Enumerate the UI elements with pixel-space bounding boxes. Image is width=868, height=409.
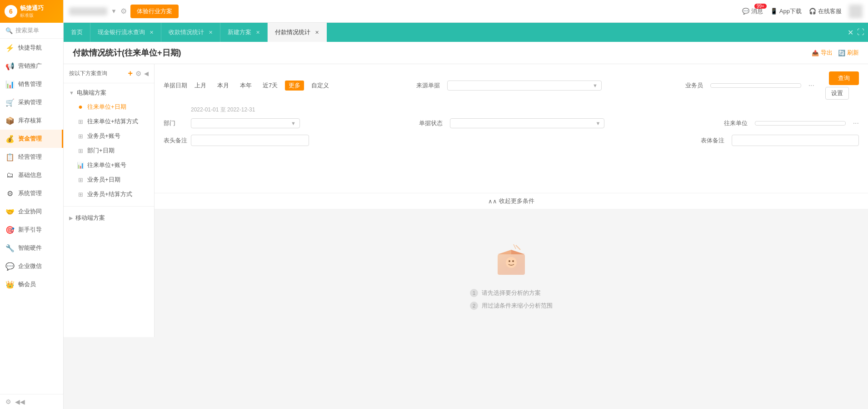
notifications-btn[interactable]: 💬 消息 99+ — [742, 7, 763, 15]
mobile-group-arrow-icon: ▶ — [69, 215, 73, 221]
table-body-note-input[interactable] — [732, 135, 859, 146]
company-name: 某某公司名称 — [69, 7, 107, 15]
purchase-icon: 🛒 — [5, 98, 15, 107]
scheme-item-label: 部门+日期 — [87, 146, 115, 155]
table-header-note-input[interactable] — [191, 135, 309, 146]
tab-bank-flow[interactable]: 现金银行流水查询 ✕ — [90, 23, 161, 42]
sidebar-item-label: 库存核算 — [18, 116, 42, 125]
tab-close-all-btn[interactable]: ✕ — [848, 28, 853, 37]
filter-row-notes: 表头备注 表体备注 — [164, 135, 859, 146]
scheme-item-staff-settle[interactable]: ⊞ 业务员+结算方式 — [64, 187, 154, 202]
sidebar-item-member[interactable]: 👑 畅会员 — [0, 275, 63, 293]
partner-select[interactable] — [755, 121, 846, 126]
sidebar-item-inventory[interactable]: 📦 库存核算 — [0, 111, 63, 130]
sidebar-item-basic-info[interactable]: 🗂 基础信息 — [0, 166, 63, 184]
business-icon: 📋 — [5, 152, 15, 162]
query-btn[interactable]: 查询 — [829, 71, 859, 85]
doc-status-select[interactable]: ▼ — [450, 118, 604, 128]
sidebar-item-label: 企业微信 — [18, 262, 42, 270]
setting-btn[interactable]: 设置 — [825, 87, 849, 100]
scheme-item-partner-settle[interactable]: ⊞ 往来单位+结算方式 — [64, 114, 154, 129]
tab-payment-stats[interactable]: 付款情况统计 ✕ — [268, 23, 327, 42]
headset-icon: 🎧 — [809, 8, 816, 15]
scheme-item-label: 往来单位+账号 — [87, 161, 126, 169]
partner-label: 往来单位 — [724, 119, 748, 127]
tab-new-scheme-close[interactable]: ✕ — [256, 30, 260, 35]
sidebar-item-marketing[interactable]: 📢 营销推广 — [0, 57, 63, 75]
empty-state: 1 请先选择要分析的方案 2 用过滤条件来缩小分析范围 — [470, 209, 553, 337]
sidebar-item-enterprise[interactable]: 🤝 企业协同 — [0, 202, 63, 221]
sidebar-item-label: 新手引导 — [18, 226, 42, 234]
scheme-item-label: 往来单位+日期 — [87, 103, 126, 111]
staff-more-btn[interactable]: ··· — [808, 81, 814, 90]
sidebar-item-label: 资金管理 — [18, 135, 42, 143]
page-header-actions: 📤 导出 🔄 刷新 — [812, 49, 859, 57]
sidebar-edition: 标准版 — [20, 12, 44, 19]
source-doc-select[interactable]: ▼ — [447, 81, 602, 91]
system-icon: ⚙ — [5, 189, 15, 198]
panel-collapse-btn[interactable]: ◀ — [144, 70, 149, 77]
sidebar-settings-btn[interactable]: ⚙ — [5, 398, 11, 405]
collapse-btn[interactable]: ∧∧ 收起更多条件 — [488, 197, 534, 205]
sidebar-item-wechat[interactable]: 💬 企业微信 — [0, 257, 63, 275]
marketing-icon: 📢 — [5, 61, 15, 71]
inventory-icon: 📦 — [5, 116, 15, 125]
mobile-group-header[interactable]: ▶ 移动端方案 — [64, 211, 154, 225]
scheme-item-label: 业务员+日期 — [87, 176, 120, 184]
phone-icon: 📱 — [770, 8, 778, 15]
left-panel-title: 按以下方案查询 — [69, 70, 107, 77]
scheme-item-staff-date[interactable]: ⊞ 业务员+日期 — [64, 172, 154, 187]
sidebar-item-sales[interactable]: 📊 销售管理 — [0, 75, 63, 93]
add-scheme-btn[interactable]: + — [128, 69, 133, 78]
sidebar-logo-icon: 6 — [5, 5, 17, 18]
sidebar-item-quick-nav[interactable]: ⚡ 快捷导航 — [0, 39, 63, 57]
custom-btn[interactable]: 自定义 — [308, 80, 333, 91]
this-year-btn[interactable]: 本年 — [236, 80, 255, 91]
pc-group-header[interactable]: ▼ 电脑端方案 — [64, 86, 154, 100]
dept-select[interactable]: ▼ — [191, 118, 300, 128]
svg-marker-1 — [498, 250, 511, 254]
export-btn[interactable]: 📤 导出 — [812, 49, 833, 57]
notifications-badge: 99+ — [754, 4, 767, 9]
partner-more-btn[interactable]: ··· — [853, 119, 859, 127]
scheme-item-partner-account[interactable]: 📊 往来单位+账号 — [64, 158, 154, 172]
tab-receipt-close[interactable]: ✕ — [209, 30, 213, 35]
refresh-btn[interactable]: 🔄 刷新 — [838, 49, 859, 57]
trial-btn[interactable]: 体验行业方案 — [130, 5, 179, 18]
online-service-btn[interactable]: 🎧 在线客服 — [809, 7, 842, 15]
sidebar-search[interactable]: 🔍 搜索菜单 — [0, 23, 63, 39]
basic-info-icon: 🗂 — [5, 171, 15, 180]
sidebar-item-guide[interactable]: 🎯 新手引导 — [0, 221, 63, 239]
refresh-icon: 🔄 — [838, 50, 845, 56]
more-btn[interactable]: 更多 — [285, 81, 304, 91]
sidebar-item-capital[interactable]: 💰 资金管理 — [0, 130, 63, 148]
scheme-item-staff-account[interactable]: ⊞ 业务员+账号 — [64, 129, 154, 143]
collapse-bar: ∧∧ 收起更多条件 — [155, 193, 868, 209]
tab-payment-stats-label: 付款情况统计 — [275, 28, 310, 36]
last7-btn[interactable]: 近7天 — [259, 80, 281, 91]
last-month-btn[interactable]: 上月 — [191, 80, 210, 91]
tab-bank-flow-close[interactable]: ✕ — [150, 30, 154, 35]
sidebar-item-label: 销售管理 — [18, 80, 42, 88]
sidebar-item-purchase[interactable]: 🛒 采购管理 — [0, 93, 63, 111]
topbar-gear-icon[interactable]: ⚙ — [120, 7, 127, 15]
user-avatar[interactable]: Rit — [849, 5, 863, 18]
company-dropdown-arrow[interactable]: ▼ — [111, 8, 117, 15]
tab-receipt-stats[interactable]: 收款情况统计 ✕ — [161, 23, 220, 42]
sidebar-item-system[interactable]: ⚙ 系统管理 — [0, 184, 63, 202]
tab-home[interactable]: 首页 — [64, 23, 90, 42]
staff-select[interactable] — [710, 83, 801, 88]
app-download-btn[interactable]: 📱 App下载 — [770, 7, 802, 15]
sidebar-item-hardware[interactable]: 🔧 智能硬件 — [0, 239, 63, 257]
scheme-setting-btn[interactable]: ⚙ — [135, 70, 141, 78]
sidebar-footer: ⚙ ◀◀ — [0, 394, 63, 409]
scheme-item-dept-date[interactable]: ⊞ 部门+日期 — [64, 143, 154, 158]
tab-expand-btn[interactable]: ⛶ — [857, 28, 864, 36]
this-month-btn[interactable]: 本月 — [214, 80, 233, 91]
sidebar-collapse-btn[interactable]: ◀◀ — [15, 398, 25, 405]
sidebar-item-business[interactable]: 📋 经营管理 — [0, 148, 63, 166]
tab-payment-close[interactable]: ✕ — [315, 30, 319, 35]
tab-new-scheme[interactable]: 新建方案 ✕ — [220, 23, 268, 42]
scheme-item-partner-date[interactable]: ● 往来单位+日期 — [64, 100, 154, 114]
empty-illustration — [489, 236, 534, 282]
